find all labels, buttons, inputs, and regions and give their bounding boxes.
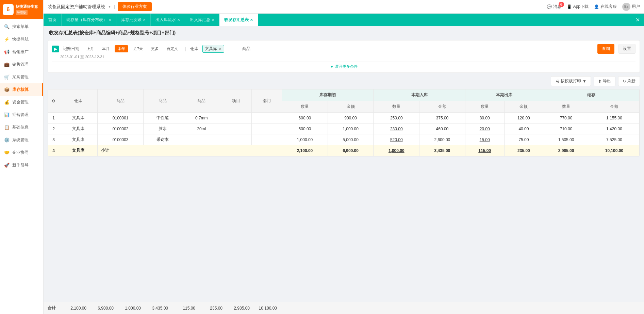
th-inbound: 本期入库 (374, 89, 465, 101)
th-department: 部门 (251, 89, 282, 113)
footer-opening-amt: 6,900.00 (90, 306, 117, 311)
row-goods-name: 中性笔 (144, 113, 182, 123)
tab-close-1[interactable]: ✕ (109, 18, 111, 22)
main-content: 收发存汇总表(按仓库+商品编码+商品+规格型号+项目+部门) ▶ 记账日期 上月… (44, 26, 644, 314)
experience-button[interactable]: 体验行业方案 (118, 2, 152, 11)
warehouse-more-btn[interactable]: ... (228, 47, 231, 51)
th-out-amt: 金额 (504, 101, 543, 113)
sidebar-item-5[interactable]: 📦库存核算 (0, 83, 43, 96)
sidebar-item-10[interactable]: 🤝企业协同 (0, 146, 43, 159)
th-in-qty: 数量 (374, 101, 419, 113)
notification-item[interactable]: 💬 消息 6 (547, 4, 561, 10)
date-btn-本月[interactable]: 本月 (99, 45, 113, 52)
expand-icon: ▼ (330, 65, 334, 69)
export-icon: ⬆ (598, 79, 601, 84)
sidebar-item-0[interactable]: 🔍搜索菜单 (0, 20, 43, 33)
row-warehouse: 文具库 (59, 123, 98, 134)
settings-button[interactable]: 设置 (618, 44, 635, 54)
sidebar-item-7[interactable]: 📊经营管理 (0, 109, 43, 121)
footer-bar: 合计 2,100.00 6,900.00 1,000.00 3,435.00 1… (44, 302, 644, 314)
row-in-amt: 460.00 (419, 123, 465, 134)
date-btn-自定义[interactable]: 自定义 (164, 45, 181, 52)
notification-icon: 💬 (547, 4, 552, 9)
row-no: 3 (48, 134, 59, 145)
th-close-amt: 金额 (589, 101, 639, 113)
filter-collapse-btn[interactable]: ▶ (52, 46, 59, 52)
row-opening-amt: 900.00 (328, 113, 374, 123)
row-in-qty-link[interactable]: 520.00 (374, 134, 419, 145)
row-out-qty-link[interactable]: 20.00 (465, 123, 504, 134)
subtotal-in-qty-link[interactable]: 1,000.00 (374, 145, 419, 156)
tab-4[interactable]: 出入库汇总✕ (185, 14, 219, 26)
system-dropdown[interactable]: ▼ (108, 5, 111, 9)
sidebar-item-4[interactable]: 🛒采购管理 (0, 71, 43, 83)
service-item[interactable]: 👤 在线客服 (594, 4, 617, 10)
refresh-button[interactable]: ↻ 刷新 (618, 76, 640, 86)
row-in-amt: 2,600.00 (419, 134, 465, 145)
export-button[interactable]: ⬆ 导出 (594, 76, 615, 86)
tab-bar-close-btn[interactable]: ✕ (631, 17, 644, 23)
th-goods-name: 商品 (144, 89, 182, 113)
sidebar-label-2: 营销推广 (12, 49, 29, 55)
row-goods-spec (182, 134, 221, 145)
footer-out-amt: 235.00 (199, 306, 226, 311)
row-in-qty-link[interactable]: 230.00 (374, 123, 419, 134)
tab-5[interactable]: 收发存汇总表✕ (219, 14, 258, 26)
sidebar-label-7: 经营管理 (12, 112, 29, 118)
system-name: 装备及固定资产辅助管理系统 (48, 4, 105, 10)
sidebar-item-6[interactable]: 💰资金管理 (0, 96, 43, 109)
tab-0[interactable]: 首页 (44, 14, 62, 26)
date-btn-近7天[interactable]: 近7天 (130, 45, 146, 52)
print-button[interactable]: 🖨 按模板打印 ▼ (551, 76, 591, 86)
warehouse-remove-btn[interactable]: ✕ (218, 47, 222, 51)
date-btn-本年[interactable]: 本年 (115, 45, 128, 52)
subtotal-opening-qty: 2,100.00 (282, 145, 328, 156)
row-out-qty-link[interactable]: 15.00 (465, 134, 504, 145)
table-settings-col[interactable]: ⚙ (48, 89, 59, 113)
date-btn-上月[interactable]: 上月 (83, 45, 97, 52)
th-opening: 库存期初 (282, 89, 374, 101)
tab-close-4[interactable]: ✕ (212, 18, 214, 22)
row-opening-qty: 600.00 (282, 113, 328, 123)
date-range-display: 2023-01-01 至 2023-12-31 (60, 55, 104, 59)
expand-conditions-btn[interactable]: ▼ 展开更多条件 (52, 62, 635, 69)
row-department (251, 123, 282, 134)
app-download-item[interactable]: 📱 App下载 (567, 4, 589, 10)
sidebar-item-9[interactable]: ⚙️系统管理 (0, 134, 43, 146)
sidebar-icon-10: 🤝 (4, 150, 10, 155)
user-item[interactable]: Ea 用户 (622, 3, 640, 11)
row-out-qty-link[interactable]: 80.00 (465, 113, 504, 123)
sidebar-label-3: 销售管理 (12, 62, 29, 67)
avatar: Ea (622, 3, 630, 11)
goods-more-btn[interactable]: ... (588, 47, 591, 51)
row-in-qty-link[interactable]: 250.00 (374, 113, 419, 123)
sidebar-item-3[interactable]: 💼销售管理 (0, 58, 43, 71)
row-opening-amt: 1,000.00 (328, 123, 374, 134)
filter-row-1: ▶ 记账日期 上月本月本年近7天更多自定义 | 仓库 文具库 ✕ ... 商品 … (52, 44, 635, 54)
row-opening-qty: 1,000.00 (282, 134, 328, 145)
subtotal-out-qty-link[interactable]: 115.00 (465, 145, 504, 156)
tab-3[interactable]: 出入库流水✕ (151, 14, 185, 26)
tab-close-2[interactable]: ✕ (143, 18, 146, 22)
sidebar-icon-3: 💼 (4, 62, 10, 67)
row-goods-name: 采访本 (144, 134, 182, 145)
data-table-container: ⚙ 仓库 商品 商品 商品 项目 部门 库存期初 本期入库 本期出库 结存 数量 (48, 89, 640, 156)
table-row: 2 文具库 0100002 胶水 20ml 500.00 1,000.00 23… (48, 123, 640, 134)
tab-1[interactable]: 现存量（库存分布表）✕ (62, 14, 116, 26)
footer-total-label: 合计 (48, 305, 56, 311)
tab-2[interactable]: 库存批次账✕ (116, 14, 151, 26)
footer-in-qty: 1,000.00 (117, 306, 144, 311)
tab-close-3[interactable]: ✕ (177, 18, 180, 22)
sidebar-item-8[interactable]: 📋基础信息 (0, 121, 43, 134)
sidebar-item-2[interactable]: 📢营销推广 (0, 46, 43, 58)
warehouse-label: 仓库 (190, 46, 198, 52)
sidebar-item-11[interactable]: 🚀新手引导 (0, 159, 43, 171)
date-label: 记账日期 (63, 46, 79, 52)
sidebar-item-1[interactable]: ⚡快捷导航 (0, 33, 43, 46)
date-btn-更多[interactable]: 更多 (148, 45, 162, 52)
logo-icon: 6 (3, 4, 14, 15)
tab-close-5[interactable]: ✕ (250, 18, 253, 22)
filter-panel: ▶ 记账日期 上月本月本年近7天更多自定义 | 仓库 文具库 ✕ ... 商品 … (48, 40, 640, 73)
row-department (251, 134, 282, 145)
query-button[interactable]: 查询 (597, 44, 614, 54)
